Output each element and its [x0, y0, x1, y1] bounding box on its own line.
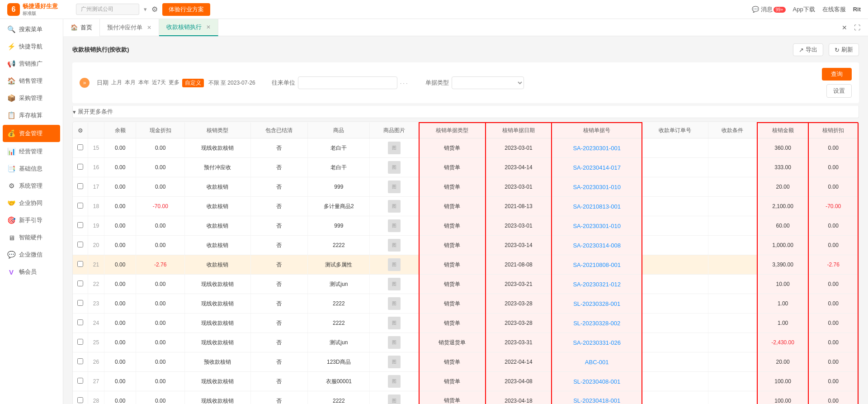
sidebar-item-basic[interactable]: 📑 基础信息 — [0, 160, 63, 177]
th-verification-type: 核销类型 — [185, 123, 250, 138]
th-verification-amount: 核销金额 — [757, 123, 809, 138]
cell-checkbox[interactable] — [73, 333, 88, 352]
export-icon: ↗ — [799, 47, 804, 53]
date-custom[interactable]: 自定义 — [182, 79, 204, 87]
cell-bill-date: 2023-03-14 — [486, 236, 552, 255]
cell-checkbox[interactable] — [73, 372, 88, 391]
cell-balance: 0.00 — [104, 275, 136, 294]
sidebar-item-guide[interactable]: 🎯 新手引导 — [0, 212, 63, 229]
sidebar-item-wechat[interactable]: 💬 企业微信 — [0, 246, 63, 263]
cell-bill-no[interactable]: ABC-001 — [552, 352, 642, 372]
date-last-month[interactable]: 上月 — [111, 79, 122, 87]
sidebar-item-quicknav[interactable]: ⚡ 快捷导航 — [0, 38, 63, 55]
sidebar-item-finance[interactable]: 💰 资金管理 — [3, 125, 60, 142]
expand-conditions-btn[interactable]: ▾ 展开更多条件 — [73, 108, 859, 116]
tab-collection[interactable]: 收款核销执行 ✕ — [159, 19, 218, 36]
cell-product-img: 图 — [370, 138, 419, 158]
cell-bill-no[interactable]: SA-20210808-001 — [552, 255, 642, 275]
th-cash-discount: 现金折扣 — [136, 123, 185, 138]
dropdown-icon[interactable]: ▾ — [144, 6, 147, 13]
cell-bill-no[interactable]: SA-20230301-010 — [552, 216, 642, 236]
cell-verification-discount: 0.00 — [808, 275, 858, 294]
export-btn[interactable]: ↗ 导出 — [793, 43, 823, 56]
sidebar-item-inventory[interactable]: 📋 库存核算 — [0, 107, 63, 124]
filter-expand-btn[interactable]: » — [80, 78, 90, 88]
cell-checkbox[interactable] — [73, 314, 88, 333]
cell-bill-no[interactable]: SA-20230301-001 — [552, 138, 642, 158]
cell-checkbox[interactable] — [73, 391, 88, 404]
th-receipt-condition: 收款条件 — [708, 123, 757, 138]
sidebar-item-member[interactable]: V 畅会员 — [0, 263, 63, 280]
table-header-row: ⚙ 余额 现金折扣 核销类型 包含已结清 商品 商品图片 核销单据类型 核销单据… — [73, 123, 858, 138]
online-support[interactable]: 在线客服 — [822, 5, 846, 14]
cell-bill-no[interactable]: SA-20230314-008 — [552, 236, 642, 255]
sidebar-item-search[interactable]: 🔍 搜索菜单 — [0, 21, 63, 38]
cell-bill-date: 2021-08-13 — [486, 197, 552, 216]
cell-checkbox[interactable] — [73, 216, 88, 236]
filter-counterpart-group: 往来单位 ··· — [272, 76, 409, 89]
cell-bill-no[interactable]: SA-20230414-017 — [552, 158, 642, 177]
sidebar-item-hardware[interactable]: 🖥 智能硬件 — [0, 229, 63, 246]
solution-btn[interactable]: 体验行业方案 — [162, 3, 210, 16]
cell-receipt-condition — [708, 275, 757, 294]
cell-checkbox[interactable] — [73, 138, 88, 158]
cell-receipt-order-no — [642, 372, 708, 391]
cell-include-settled: 否 — [250, 177, 308, 197]
query-btn[interactable]: 查询 — [822, 68, 852, 81]
cell-verification-type: 现线收款核销 — [185, 275, 250, 294]
cell-verification-type: 现线收款核销 — [185, 372, 250, 391]
cell-checkbox[interactable] — [73, 177, 88, 197]
cell-num: 19 — [88, 216, 104, 236]
date-this-month[interactable]: 本月 — [125, 79, 136, 87]
sidebar-item-sales[interactable]: 🏠 销售管理 — [0, 72, 63, 90]
cell-bill-no[interactable]: SL-20230418-001 — [552, 391, 642, 404]
cell-product: 多计量商品2 — [308, 197, 370, 216]
cell-bill-no[interactable]: SA-20230331-026 — [552, 333, 642, 352]
sidebar-item-system[interactable]: ⚙ 系统管理 — [0, 177, 63, 195]
cell-bill-no[interactable]: SL-20230408-001 — [552, 372, 642, 391]
counterpart-input[interactable] — [298, 76, 397, 89]
cell-verification-amount: 360.00 — [757, 138, 809, 158]
cell-product-img: 图 — [370, 197, 419, 216]
tab-prepay[interactable]: 预付冲应付单 ✕ — [100, 19, 159, 36]
tab-home[interactable]: 🏠 首页 — [63, 19, 100, 36]
sidebar-item-enterprise[interactable]: 🤝 企业协同 — [0, 195, 63, 212]
cell-bill-no[interactable]: SL-20230328-001 — [552, 294, 642, 314]
cell-balance: 0.00 — [104, 197, 136, 216]
cell-balance: 0.00 — [104, 391, 136, 404]
cell-bill-no[interactable]: SA-20230301-010 — [552, 177, 642, 197]
tab-close-all-btn[interactable]: ✕ — [839, 22, 850, 33]
setting-btn[interactable]: 设置 — [826, 84, 852, 98]
cell-bill-no[interactable]: SA-20210813-001 — [552, 197, 642, 216]
th-settings[interactable]: ⚙ — [73, 123, 88, 138]
cell-checkbox[interactable] — [73, 275, 88, 294]
date-more[interactable]: 更多 — [169, 79, 179, 87]
cell-bill-no[interactable]: SL-20230328-002 — [552, 314, 642, 333]
sidebar-item-purchase[interactable]: 📦 采购管理 — [0, 90, 63, 107]
bill-type-select[interactable] — [452, 76, 524, 89]
cell-checkbox[interactable] — [73, 294, 88, 314]
tab-prepay-close[interactable]: ✕ — [147, 24, 151, 31]
cell-checkbox[interactable] — [73, 255, 88, 275]
date-7days[interactable]: 近7天 — [152, 79, 166, 87]
user-name[interactable]: Rit — [853, 6, 861, 13]
cell-num: 27 — [88, 372, 104, 391]
date-this-year[interactable]: 本年 — [138, 79, 149, 87]
tab-expand-btn[interactable]: ⛶ — [852, 22, 863, 33]
cell-checkbox[interactable] — [73, 197, 88, 216]
cell-bill-report-type: 销货单 — [419, 294, 486, 314]
cell-checkbox[interactable] — [73, 236, 88, 255]
cell-checkbox[interactable] — [73, 158, 88, 177]
settings-col-icon[interactable]: ⚙ — [78, 127, 83, 134]
cell-receipt-order-no — [642, 333, 708, 352]
cell-bill-no[interactable]: SA-20230321-012 — [552, 275, 642, 294]
cell-cash-discount: 0.00 — [136, 177, 185, 197]
message-icon[interactable]: 💬 消息99+ — [752, 5, 786, 14]
tab-collection-close[interactable]: ✕ — [206, 24, 211, 30]
sidebar-item-marketing[interactable]: 📢 营销推广 — [0, 55, 63, 72]
settings-icon[interactable]: ⚙ — [151, 5, 158, 14]
app-download[interactable]: App下载 — [793, 5, 815, 14]
cell-checkbox[interactable] — [73, 352, 88, 372]
sidebar-item-operations[interactable]: 📊 经营管理 — [0, 143, 63, 160]
refresh-btn[interactable]: ↻ 刷新 — [829, 43, 859, 56]
